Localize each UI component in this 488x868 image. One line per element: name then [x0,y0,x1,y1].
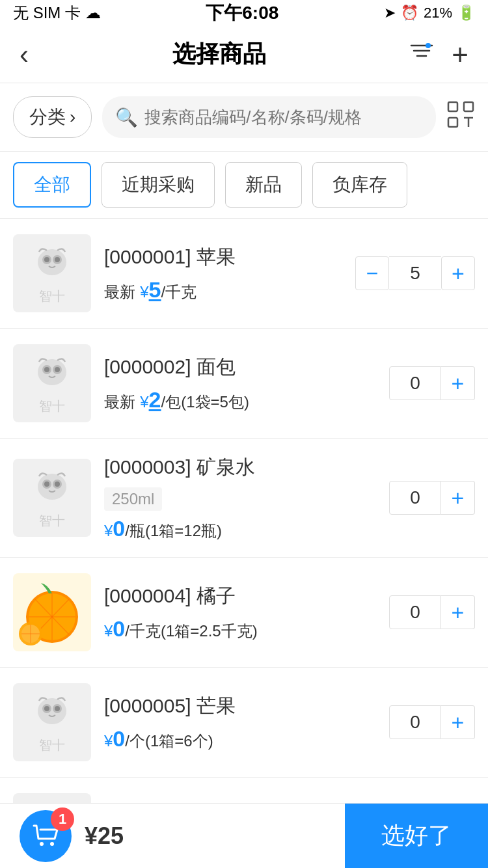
price-unit: /个(1箱=6个) [125,732,213,750]
price-label: 最新 [104,393,135,411]
cart-badge: 1 [51,807,74,831]
product-spec: 250ml [104,487,162,511]
page-title: 选择商品 [172,38,266,70]
product-item: 智十 [0000005] 芒果 ¥0/个(1箱=6个) + [0,668,488,778]
status-left: 无 SIM 卡 ☁ [13,3,101,23]
status-time: 下午6:08 [206,1,278,25]
product-name: [0000004] 橘子 [104,583,376,610]
product-image-0000003: 智十 [13,459,91,537]
quantity-input[interactable] [389,256,441,290]
owl-icon [33,241,72,285]
owl-icon [33,690,72,734]
svg-point-9 [38,249,66,275]
svg-point-17 [44,367,49,372]
sim-status: 无 SIM 卡 ☁ [13,3,101,23]
price-unit: /千克(1箱=2.5千克) [125,622,257,640]
price-unit: /包(1袋=5包) [161,393,249,411]
product-name: [0000001] 苹果 [104,244,342,271]
product-info-0000004: [0000004] 橘子 ¥0/千克(1箱=2.5千克) [104,583,376,642]
product-item: 智十 [0000003] 矿泉水 250ml ¥0/瓶(1箱=12瓶) + [0,439,488,558]
svg-point-3 [426,43,431,48]
cart-icon-button[interactable]: 1 [20,810,72,862]
quantity-input[interactable] [389,366,441,400]
product-item: [0000004] 橘子 ¥0/千克(1箱=2.5千克) + [0,558,488,668]
tab-negative[interactable]: 负库存 [312,162,407,208]
scan-icon[interactable] [446,100,475,135]
product-name: [0000003] 矿泉水 [104,454,376,481]
svg-rect-6 [448,118,457,127]
search-bar: 🔍 [102,96,436,138]
product-image-0000005: 智十 [13,683,91,761]
product-item: 智十 [0000001] 苹果 最新 ¥5/千克 − + [0,219,488,329]
svg-point-13 [55,257,60,262]
search-icon: 🔍 [115,107,138,128]
svg-point-44 [40,842,44,846]
owl-brand-text: 智十 [39,288,65,305]
quantity-input[interactable] [389,481,441,515]
tab-row: 全部 近期采购 新品 负库存 [0,152,488,219]
increment-button[interactable]: + [441,366,475,400]
quantity-control-0000003: + [389,481,475,515]
status-bar: 无 SIM 卡 ☁ 下午6:08 ➤ ⏰ 21% 🔋 [0,0,488,26]
svg-point-22 [44,481,49,487]
svg-point-37 [44,706,49,711]
product-info-0000005: [0000005] 芒果 ¥0/个(1箱=6个) [104,693,376,752]
filter-icon[interactable] [410,41,433,68]
product-image-0000002: 智十 [13,344,91,422]
increment-button[interactable]: + [441,595,475,629]
product-price: ¥0/瓶(1箱=12瓶) [104,516,376,541]
quantity-control-0000001: − + [355,256,475,290]
product-item: 智十 [0000002] 面包 最新 ¥2/包(1袋=5包) + [0,329,488,439]
price-value: 2 [149,387,161,412]
owl-icon [33,466,72,509]
owl-icon [33,351,72,395]
svg-point-18 [55,367,60,372]
increment-button[interactable]: + [441,481,475,515]
product-info-0000003: [0000003] 矿泉水 250ml ¥0/瓶(1箱=12瓶) [104,454,376,541]
tab-recent[interactable]: 近期采购 [102,162,215,208]
bottom-bar: 1 ¥25 选好了 [0,803,488,868]
product-info-0000002: [0000002] 面包 最新 ¥2/包(1袋=5包) [104,354,376,413]
product-image-0000004 [13,573,91,651]
owl-brand-text: 智十 [39,737,65,754]
yuan-symbol: ¥ [140,283,148,301]
quantity-input[interactable] [389,705,441,739]
svg-point-19 [38,474,66,500]
quantity-input[interactable] [389,595,441,629]
product-name: [0000005] 芒果 [104,693,376,720]
price-value: 0 [113,516,125,541]
quantity-control-0000005: + [389,705,475,739]
back-button[interactable]: ‹ [20,39,29,70]
product-price: 最新 ¥5/千克 [104,277,342,303]
tab-new[interactable]: 新品 [225,162,302,208]
price-value: 5 [149,277,161,302]
price-label: 最新 [104,283,135,301]
category-button[interactable]: 分类 › [13,96,92,138]
search-input[interactable] [144,107,423,128]
price-unit: /瓶(1箱=12瓶) [125,522,222,539]
alarm-icon: ⏰ [401,5,418,21]
tab-all[interactable]: 全部 [13,162,91,208]
price-value: 0 [113,726,125,751]
battery-level: 21% [424,5,452,21]
increment-button[interactable]: + [441,256,475,290]
cart-area: 1 ¥25 [0,810,345,862]
decrement-button[interactable]: − [355,256,389,290]
confirm-button[interactable]: 选好了 [345,804,488,868]
quantity-control-0000002: + [389,366,475,400]
svg-rect-5 [464,102,473,111]
product-name: [0000002] 面包 [104,354,376,381]
category-chevron-icon: › [70,107,75,128]
quantity-control-0000004: + [389,595,475,629]
svg-rect-4 [448,102,457,111]
product-price: ¥0/千克(1箱=2.5千克) [104,616,376,642]
product-price: ¥0/个(1箱=6个) [104,726,376,752]
svg-point-14 [38,359,66,385]
nav-bar: ‹ 选择商品 + [0,26,488,83]
status-right: ➤ ⏰ 21% 🔋 [384,5,475,21]
nav-actions: + [410,38,468,71]
svg-point-12 [44,257,49,262]
add-button[interactable]: + [452,38,468,71]
owl-brand-text: 智十 [39,512,65,530]
increment-button[interactable]: + [441,705,475,739]
